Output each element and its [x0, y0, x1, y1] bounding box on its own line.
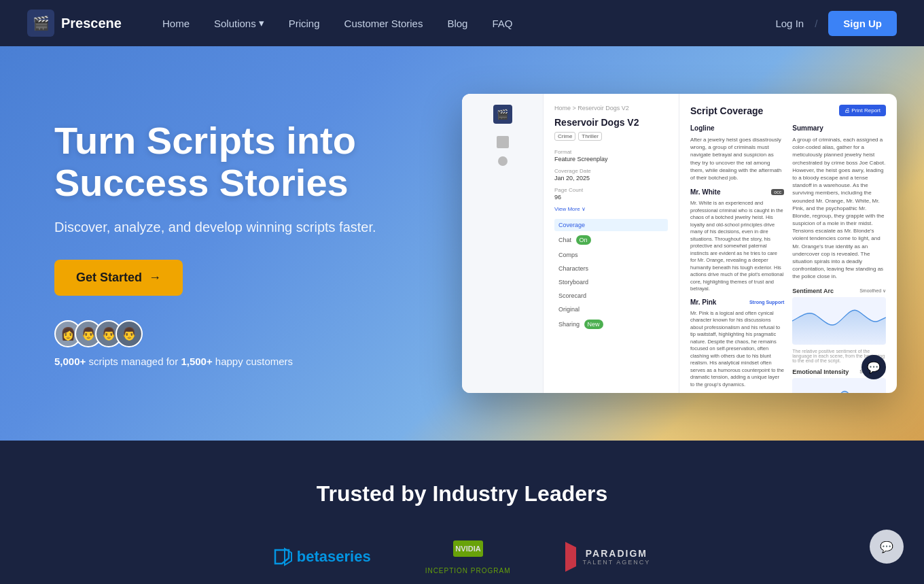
char-mr-pink-header: Mr. Pink Strong Support [690, 298, 784, 306]
mockup-format-field: Format Feature Screenplay [554, 149, 668, 162]
navbar: 🎬 Prescene Home Solutions ▾ Pricing Cust… [0, 0, 924, 46]
nav-right: Log In / Sign Up [775, 11, 897, 36]
trusted-logos: betaseries NVIDIA INCEPTION PROGRAM PARA… [27, 539, 897, 574]
charts-column: Summary A group of criminals, each assig… [792, 124, 886, 393]
nav-link-blog[interactable]: Blog [447, 17, 467, 29]
mockup-tags: Crime Thriller [554, 132, 668, 141]
char-mr-pink-desc: Mr. Pink is a logical and often cynical … [690, 310, 784, 389]
logline-title: Logline [690, 124, 784, 132]
hero-section: Turn Scripts into Success Stories Discov… [0, 46, 924, 441]
logo-icon: 🎬 [27, 10, 54, 37]
char-mr-white-badge: occ [771, 189, 784, 195]
nav-original[interactable]: Original [554, 303, 668, 315]
mockup-coverage-panel: Script Coverage 🖨 Print Report Logline A… [679, 94, 897, 393]
nav-characters[interactable]: Characters [554, 262, 668, 275]
arrow-icon: → [149, 271, 161, 285]
trusted-title: Trusted by Industry Leaders [27, 481, 897, 506]
betaseries-icon [274, 547, 293, 566]
emotional-intensity-title: Emotional Intensity [792, 368, 849, 375]
sentiment-arc-title: Sentiment Arc [792, 288, 834, 294]
emotional-chart [792, 378, 886, 393]
paradigm-text: PARADIGM TALENT AGENCY [583, 548, 651, 566]
mockup-sidebar: 🎬 [462, 94, 544, 393]
paradigm-name: PARADIGM [583, 548, 651, 559]
signup-button[interactable]: Sign Up [828, 11, 897, 36]
mockup-breadcrumb: Home > Reservoir Dogs V2 [554, 105, 668, 111]
mockup-script-title: Reservoir Dogs V2 [554, 117, 668, 128]
logo-text: Prescene [61, 16, 122, 31]
sentiment-header: Sentiment Arc Smoothed ∨ [792, 288, 886, 294]
trusted-section: Trusted by Industry Leaders betaseries N… [0, 441, 924, 584]
nav-divider: / [815, 18, 817, 29]
paradigm-sub: TALENT AGENCY [583, 559, 651, 566]
nav-link-customer-stories[interactable]: Customer Stories [344, 17, 423, 29]
mockup-script-panel: Home > Reservoir Dogs V2 Reservoir Dogs … [544, 94, 679, 393]
nav-storyboard[interactable]: Storyboard [554, 276, 668, 288]
nav-coverage[interactable]: Coverage [554, 219, 668, 231]
login-link[interactable]: Log In [775, 18, 804, 29]
coverage-content: Logline After a jewelry heist goes disas… [690, 124, 886, 393]
betaseries-logo: betaseries [274, 547, 371, 566]
hero-content: Turn Scripts into Success Stories Discov… [54, 120, 408, 367]
sentiment-chart [792, 297, 886, 345]
coverage-title: Script Coverage [690, 105, 763, 116]
chat-icon: 💬 [880, 540, 893, 553]
mockup-main: Home > Reservoir Dogs V2 Reservoir Dogs … [544, 94, 897, 393]
chevron-down-icon: ▾ [259, 17, 264, 29]
summary-title: Summary [792, 124, 886, 132]
nav-comps[interactable]: Comps [554, 249, 668, 261]
svg-marker-4 [565, 542, 576, 572]
tag-crime: Crime [554, 132, 575, 141]
char-mr-white-desc: Mr. White is an experienced and professi… [690, 200, 784, 293]
mockup-logo-icon: 🎬 [493, 105, 512, 124]
customer-avatars: 👩 👨 👨 👨 [54, 320, 408, 347]
hero-title: Turn Scripts into Success Stories [54, 120, 408, 203]
chat-toggle: On [576, 235, 591, 245]
global-chat-button[interactable]: 💬 [870, 530, 904, 564]
svg-text:NVIDIA: NVIDIA [455, 545, 480, 553]
nvidia-logo: NVIDIA INCEPTION PROGRAM [425, 539, 511, 574]
nav-link-home[interactable]: Home [162, 17, 190, 29]
paradigm-icon [565, 542, 576, 572]
view-more-link[interactable]: View More ∨ [554, 206, 668, 212]
sentiment-smoothed[interactable]: Smoothed ∨ [859, 288, 886, 294]
mockup-nav: Coverage Chat On Comps Characters Storyb… [554, 219, 668, 332]
nav-sharing[interactable]: Sharing New [554, 317, 668, 332]
nav-link-faq[interactable]: FAQ [492, 17, 512, 29]
nav-chat[interactable]: Chat On [554, 233, 668, 247]
avatar-4: 👨 [116, 320, 143, 347]
paradigm-logo: PARADIGM TALENT AGENCY [565, 542, 651, 572]
nav-scorecard[interactable]: Scorecard [554, 290, 668, 302]
mockup-chat-bubble[interactable]: 💬 [861, 355, 886, 379]
hero-subtitle: Discover, analyze, and develop winning s… [54, 220, 408, 235]
hero-stats: 5,000+ scripts managed for 1,500+ happy … [54, 356, 408, 367]
print-button[interactable]: 🖨 Print Report [839, 105, 886, 116]
char-mr-white-header: Mr. White occ [690, 188, 784, 196]
summary-text: A group of criminals, each assigned a co… [792, 136, 886, 281]
char-mr-pink-name: Mr. Pink [690, 298, 716, 306]
characters-column: Logline After a jewelry heist goes disas… [690, 124, 784, 393]
mockup-pagecount-field: Page Count 96 [554, 187, 668, 201]
sharing-badge: New [584, 320, 603, 329]
tag-thriller: Thriller [578, 132, 601, 141]
nav-links: Home Solutions ▾ Pricing Customer Storie… [162, 17, 775, 29]
betaseries-text: betaseries [297, 548, 371, 566]
nav-link-pricing[interactable]: Pricing [289, 17, 320, 29]
nav-link-solutions[interactable]: Solutions ▾ [214, 17, 264, 29]
nav-logo[interactable]: 🎬 Prescene [27, 10, 122, 37]
app-mockup: 🎬 Home > Reservoir Dogs V2 Reservoir Dog… [462, 94, 897, 393]
char-mr-pink-support: Strong Support [749, 300, 784, 305]
char-mr-white-name: Mr. White [690, 188, 720, 196]
get-started-button[interactable]: Get Started → [54, 260, 183, 296]
nvidia-sublabel: INCEPTION PROGRAM [425, 567, 511, 574]
svg-marker-0 [275, 550, 289, 564]
logline-text: After a jewelry heist goes disastrously … [690, 136, 784, 182]
coverage-header: Script Coverage 🖨 Print Report [690, 105, 886, 116]
hero-mockup-area: 🎬 Home > Reservoir Dogs V2 Reservoir Dog… [408, 94, 897, 393]
mockup-date-field: Coverage Date Jan 20, 2025 [554, 168, 668, 182]
nvidia-icon: NVIDIA [453, 539, 483, 558]
